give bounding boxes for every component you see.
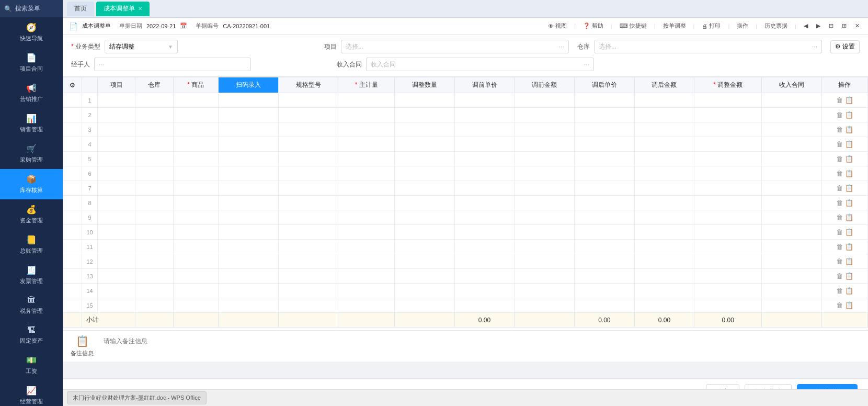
row-adjust-qty-12[interactable] [395,254,455,269]
row-spec-9[interactable] [278,210,338,225]
row-adjust-amount-10[interactable] [694,225,762,240]
row-after-amount-15[interactable] [634,298,694,313]
row-product-14[interactable] [173,284,218,298]
row-spec-12[interactable] [278,254,338,269]
tab-cost-adjust-close[interactable]: ✕ [138,6,142,12]
row-adjust-qty-6[interactable] [395,166,455,181]
row-product-4[interactable] [173,137,218,152]
row-warehouse-13[interactable] [135,269,173,284]
copy-icon-6[interactable]: 📋 [845,170,853,177]
row-adjust-amount-1[interactable] [694,93,762,108]
row-project-3[interactable] [98,122,135,137]
row-adjust-amount-14[interactable] [694,284,762,298]
row-checkbox-9[interactable] [63,210,82,225]
row-product-1[interactable] [173,93,218,108]
copy-icon-2[interactable]: 📋 [845,111,853,119]
delete-icon-6[interactable]: 🗑 [836,170,843,177]
row-product-2[interactable] [173,108,218,122]
copy-icon-14[interactable]: 📋 [845,287,853,295]
row-spec-11[interactable] [278,240,338,254]
row-spec-13[interactable] [278,269,338,284]
row-before-price-3[interactable] [454,122,515,137]
row-before-price-9[interactable] [454,210,515,225]
toolbar-expand1[interactable]: ⊟ [827,21,836,30]
row-after-amount-8[interactable] [634,196,694,210]
row-action-13[interactable]: 🗑 📋 [821,269,867,284]
row-unit-7[interactable] [338,181,395,196]
row-action-15[interactable]: 🗑 📋 [821,298,867,313]
row-checkbox-5[interactable] [63,152,82,166]
sidebar-item-payroll[interactable]: 💵工资 [0,350,63,380]
row-product-12[interactable] [173,254,218,269]
row-revenue-contract-14[interactable] [762,284,822,298]
delete-icon-9[interactable]: 🗑 [836,213,843,221]
row-before-price-1[interactable] [454,93,515,108]
row-adjust-amount-4[interactable] [694,137,762,152]
row-project-15[interactable] [98,298,135,313]
row-after-price-7[interactable] [574,181,634,196]
row-unit-13[interactable] [338,269,395,284]
row-after-amount-3[interactable] [634,122,694,137]
toolbar-view[interactable]: 👁 视图 [546,21,569,31]
row-checkbox-2[interactable] [63,108,82,122]
row-project-10[interactable] [98,225,135,240]
row-spec-4[interactable] [278,137,338,152]
row-warehouse-9[interactable] [135,210,173,225]
row-project-7[interactable] [98,181,135,196]
row-checkbox-8[interactable] [63,196,82,210]
row-unit-15[interactable] [338,298,395,313]
row-scan-5[interactable] [219,152,279,166]
row-checkbox-3[interactable] [63,122,82,137]
row-scan-10[interactable] [219,225,279,240]
row-adjust-qty-14[interactable] [395,284,455,298]
row-unit-1[interactable] [338,93,395,108]
row-warehouse-8[interactable] [135,196,173,210]
settings-button[interactable]: ⚙ 设置 [830,40,860,53]
row-action-7[interactable]: 🗑 📋 [821,181,867,196]
row-before-price-8[interactable] [454,196,515,210]
toolbar-history[interactable]: 历史票据 [762,21,790,31]
sidebar-search[interactable]: 🔍 搜索菜单 [0,0,63,17]
row-before-amount-8[interactable] [515,196,575,210]
row-after-price-9[interactable] [574,210,634,225]
copy-icon-8[interactable]: 📋 [845,199,853,207]
row-after-price-3[interactable] [574,122,634,137]
row-project-6[interactable] [98,166,135,181]
row-spec-15[interactable] [278,298,338,313]
row-revenue-contract-13[interactable] [762,269,822,284]
row-product-10[interactable] [173,225,218,240]
row-project-4[interactable] [98,137,135,152]
row-before-amount-10[interactable] [515,225,575,240]
row-after-amount-9[interactable] [634,210,694,225]
row-product-3[interactable] [173,122,218,137]
row-spec-2[interactable] [278,108,338,122]
row-product-15[interactable] [173,298,218,313]
row-project-8[interactable] [98,196,135,210]
row-before-amount-15[interactable] [515,298,575,313]
row-after-price-4[interactable] [574,137,634,152]
row-revenue-contract-9[interactable] [762,210,822,225]
row-revenue-contract-4[interactable] [762,137,822,152]
row-revenue-contract-10[interactable] [762,225,822,240]
row-unit-8[interactable] [338,196,395,210]
row-adjust-qty-7[interactable] [395,181,455,196]
row-product-7[interactable] [173,181,218,196]
row-after-price-13[interactable] [574,269,634,284]
notes-input[interactable] [101,335,862,356]
row-warehouse-12[interactable] [135,254,173,269]
row-checkbox-15[interactable] [63,298,82,313]
warehouse-input[interactable]: 选择... ··· [594,40,822,53]
row-unit-6[interactable] [338,166,395,181]
delete-icon-3[interactable]: 🗑 [836,126,843,133]
sidebar-item-fixed-assets[interactable]: 🏗固定资产 [0,320,63,350]
row-spec-1[interactable] [278,93,338,108]
row-scan-1[interactable] [219,93,279,108]
row-after-amount-1[interactable] [634,93,694,108]
copy-icon-10[interactable]: 📋 [845,228,853,236]
row-before-amount-2[interactable] [515,108,575,122]
row-revenue-contract-6[interactable] [762,166,822,181]
row-adjust-qty-13[interactable] [395,269,455,284]
toolbar-check-adjust[interactable]: 按单调整 [661,21,688,31]
row-after-amount-11[interactable] [634,240,694,254]
delete-icon-5[interactable]: 🗑 [836,155,843,163]
